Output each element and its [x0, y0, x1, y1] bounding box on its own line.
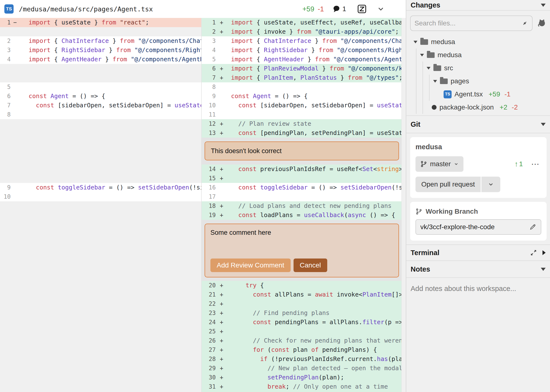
edit-pencil-icon[interactable] — [529, 223, 536, 231]
chevron-down-icon[interactable] — [541, 4, 546, 7]
line-number[interactable]: 30 — [202, 373, 216, 382]
search-files-input[interactable] — [414, 19, 521, 27]
diff-row: 6const Agent = () => { — [0, 92, 201, 101]
diff-row: 17 — [202, 192, 401, 201]
line-number[interactable]: 26 — [202, 336, 216, 345]
working-branch-input[interactable] — [420, 223, 529, 231]
tree-item-medusa[interactable]: medusa — [406, 35, 550, 48]
line-number[interactable]: 10 — [202, 101, 216, 110]
expand-right-icon[interactable] — [542, 250, 546, 255]
line-number[interactable]: 31 — [202, 382, 216, 391]
repo-name: medusa — [415, 143, 541, 151]
line-number[interactable]: 2 — [202, 27, 216, 36]
diff-row: 3import { ChatInterface } from "@/compon… — [202, 36, 401, 46]
line-number[interactable]: 3 — [0, 46, 11, 55]
line-number[interactable]: 23 — [202, 308, 216, 318]
line-number[interactable]: 14 — [202, 165, 216, 174]
tree-item-package-lock.json[interactable]: package-lock.json+2-2 — [406, 101, 550, 114]
line-number[interactable]: 9 — [0, 183, 11, 192]
diff-row: 2+import { invoke } from "@tauri-apps/ap… — [202, 27, 401, 36]
tree-expand-arrow-icon[interactable] — [414, 41, 417, 43]
code-line: break; // Only open one at a time — [227, 382, 388, 391]
terminal-section-header[interactable]: Terminal — [406, 244, 550, 261]
line-number[interactable]: 28 — [202, 354, 216, 364]
line-number[interactable]: 18 — [202, 201, 216, 211]
diff-row: 27+ for (const plan of pendingPlans) { — [202, 345, 401, 354]
line-number[interactable]: 8 — [202, 82, 216, 92]
line-number[interactable]: 17 — [202, 192, 216, 201]
diff-row: 18+ // Load plans and detect new pending… — [202, 201, 401, 211]
line-number[interactable]: 29 — [202, 364, 216, 373]
cancel-button[interactable]: Cancel — [294, 259, 327, 272]
tree-item-src[interactable]: src — [406, 62, 550, 75]
line-number[interactable]: 27 — [202, 345, 216, 354]
line-number[interactable]: 1 — [0, 18, 11, 27]
line-number[interactable]: 22 — [202, 299, 216, 308]
line-number[interactable]: 9 — [202, 92, 216, 101]
collapse-tree-icon[interactable] — [521, 20, 528, 27]
line-number[interactable]: 4 — [0, 55, 11, 64]
github-octocat-icon[interactable] — [536, 18, 547, 28]
line-number[interactable]: 1 — [202, 18, 216, 27]
line-number[interactable]: 13 — [202, 128, 216, 138]
tree-item-Agent.tsx[interactable]: TSAgent.tsx+59-1 — [406, 88, 550, 101]
more-options-button[interactable]: ⋯ — [531, 162, 540, 166]
line-number[interactable]: 6 — [0, 92, 11, 101]
typescript-file-icon: TS — [4, 4, 14, 14]
line-number[interactable]: 16 — [202, 183, 216, 192]
code-line: import { invoke } from "@tauri-apps/api/… — [227, 27, 399, 36]
comments-indicator[interactable]: 1 — [333, 5, 346, 13]
line-number[interactable]: 5 — [0, 82, 11, 92]
git-section-header[interactable]: Git — [406, 115, 550, 133]
code-line: const pendingPlans = allPlans.filter(p =… — [227, 318, 401, 327]
line-number[interactable]: 15 — [202, 174, 216, 183]
search-files-box[interactable] — [410, 16, 533, 31]
code-line: const allPlans = await invoke<PlanItem[]… — [227, 290, 401, 299]
diff-row: 1−import { useState } from "react"; — [0, 18, 201, 27]
line-number[interactable]: 4 — [202, 46, 216, 55]
notes-placeholder[interactable]: Add notes about this workspace... — [406, 278, 550, 299]
chevron-down-icon[interactable] — [541, 123, 546, 126]
line-number[interactable]: 10 — [0, 192, 11, 201]
tree-expand-arrow-icon[interactable] — [427, 67, 430, 70]
pull-request-dropdown-button[interactable] — [481, 177, 500, 192]
line-number[interactable]: 19 — [202, 211, 216, 220]
diff-filler — [0, 119, 201, 138]
line-number[interactable]: 5 — [202, 55, 216, 64]
diff-row: 20+ try { — [202, 281, 401, 290]
diff-sign: + — [216, 174, 227, 183]
line-number[interactable]: 11 — [202, 110, 216, 119]
changes-section-header[interactable]: Changes — [406, 0, 550, 11]
tree-item-label: src — [444, 64, 453, 72]
line-number[interactable]: 25 — [202, 327, 216, 336]
comment-input[interactable]: Some comment here — [210, 229, 393, 259]
tree-item-pages[interactable]: pages — [406, 75, 550, 88]
diff-row: 1+import { useState, useEffect, useRef, … — [202, 18, 401, 27]
line-number[interactable]: 6 — [202, 64, 216, 73]
tree-item-medusa[interactable]: medusa — [406, 48, 550, 62]
collapse-diff-chevron-icon[interactable] — [377, 5, 385, 13]
tree-expand-arrow-icon[interactable] — [433, 80, 437, 83]
app-logo-icon[interactable] — [357, 4, 367, 14]
diff-sign: + — [216, 64, 227, 73]
tree-expand-arrow-icon[interactable] — [420, 54, 424, 56]
expand-icon[interactable] — [530, 249, 537, 256]
chevron-down-icon[interactable] — [541, 268, 546, 271]
notes-section-header[interactable]: Notes — [406, 261, 550, 278]
line-number[interactable]: 20 — [202, 281, 216, 290]
working-branch-field[interactable] — [415, 219, 541, 235]
diff-filler — [0, 64, 201, 82]
branch-selector[interactable]: master — [415, 156, 463, 172]
line-number[interactable]: 7 — [202, 73, 216, 82]
line-number[interactable]: 24 — [202, 318, 216, 327]
line-number[interactable]: 2 — [0, 36, 11, 46]
line-number[interactable]: 21 — [202, 290, 216, 299]
add-review-comment-button[interactable]: Add Review Comment — [210, 259, 291, 272]
line-number[interactable]: 3 — [202, 36, 216, 46]
line-number[interactable]: 12 — [202, 119, 216, 128]
open-pull-request-button[interactable]: Open pull request — [415, 177, 481, 192]
line-number[interactable]: 8 — [0, 110, 11, 119]
line-number[interactable]: 7 — [0, 101, 11, 110]
working-branch-label: Working Branch — [415, 208, 541, 215]
diff-scrollbar[interactable] — [401, 18, 406, 392]
